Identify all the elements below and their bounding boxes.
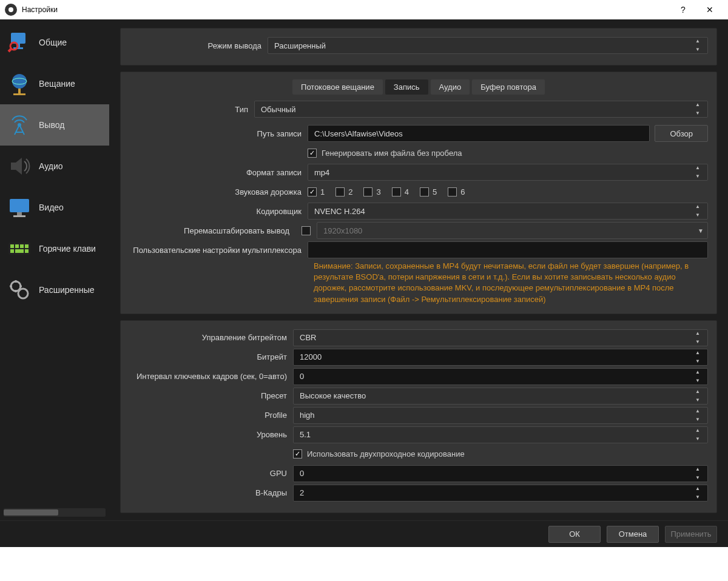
bitrate-value: 12000 (300, 352, 322, 361)
monitor-icon (6, 194, 33, 221)
svg-rect-20 (25, 244, 29, 248)
bframes-label: B-Кадры (129, 488, 293, 497)
sidebar-item-output[interactable]: Вывод (0, 104, 109, 146)
level-select[interactable]: 5.1▲▼ (293, 426, 708, 443)
recording-panel: Потоковое вещание Запись Аудио Буфер пов… (120, 72, 717, 314)
chevron-down-icon: ▼ (698, 227, 704, 234)
svg-rect-14 (17, 212, 22, 215)
apply-button: Применить (665, 526, 717, 543)
audio-track-5-checkbox[interactable] (420, 187, 429, 196)
tab-audio[interactable]: Аудио (431, 79, 470, 95)
globe-antenna-icon (6, 70, 33, 97)
rescale-output-select: 1920x1080 ▼ (317, 222, 708, 239)
updown-icon: ▲▼ (695, 370, 705, 383)
rescale-output-value: 1920x1080 (323, 226, 362, 235)
audio-track-4-label: 4 (405, 187, 409, 196)
rate-control-select[interactable]: CBR▲▼ (293, 329, 708, 346)
audio-track-4-checkbox[interactable] (392, 187, 401, 196)
keyframe-interval-input[interactable]: 0▲▼ (293, 368, 708, 385)
tab-recording[interactable]: Запись (385, 79, 428, 95)
audio-track-2-label: 2 (348, 187, 352, 196)
generate-filename-no-space-checkbox[interactable] (308, 149, 317, 158)
rate-control-value: CBR (300, 333, 316, 342)
recording-format-label: Формат записи (129, 168, 308, 177)
svg-rect-21 (10, 249, 14, 253)
encoder-select[interactable]: NVENC H.264 ▲▼ (308, 203, 708, 220)
output-mode-value: Расширенный (274, 41, 326, 50)
sidebar-item-advanced[interactable]: Расширенные (0, 269, 109, 311)
bitrate-label: Битрейт (129, 352, 293, 361)
recording-path-label: Путь записи (129, 129, 308, 138)
bitrate-input[interactable]: 12000▲▼ (293, 349, 708, 366)
help-button[interactable]: ? (670, 0, 696, 19)
encoder-value: NVENC H.264 (314, 207, 365, 216)
sidebar-horizontal-scrollbar[interactable] (4, 508, 106, 517)
bframes-input[interactable]: 2▲▼ (293, 485, 708, 502)
sidebar-item-general[interactable]: Общие (0, 22, 109, 63)
browse-button[interactable]: Обзор (655, 125, 708, 142)
preset-label: Пресет (129, 391, 293, 400)
sidebar-item-stream[interactable]: Вещание (0, 63, 109, 104)
svg-rect-19 (20, 244, 24, 248)
updown-icon: ▲▼ (695, 331, 705, 344)
rescale-output-label: Перемасштабировать вывод (129, 226, 295, 235)
profile-value: high (300, 411, 315, 420)
rescale-output-checkbox[interactable] (302, 226, 311, 235)
tab-replay-buffer[interactable]: Буфер повтора (472, 79, 545, 95)
audio-track-2-checkbox[interactable] (335, 187, 345, 196)
output-mode-label: Режим вывода (129, 41, 268, 50)
sidebar-item-hotkeys[interactable]: Горячие клави (0, 228, 109, 269)
recording-path-input[interactable]: C:\Users\Alfawise\Videos (308, 125, 650, 142)
audio-tracks-group: 1 2 3 4 5 6 (308, 187, 708, 196)
updown-icon: ▲▼ (695, 39, 705, 52)
sidebar-item-video[interactable]: Видео (0, 187, 109, 228)
antenna-broadcast-icon (6, 112, 33, 138)
profile-label: Profile (129, 411, 293, 420)
cancel-button[interactable]: Отмена (607, 526, 659, 543)
rate-control-label: Управление битрейтом (129, 333, 293, 342)
recording-type-select[interactable]: Обычный ▲▼ (254, 101, 708, 118)
svg-rect-18 (15, 244, 19, 248)
muxer-settings-label: Пользовательские настройки мультиплексор… (129, 246, 308, 255)
svg-rect-8 (13, 93, 25, 95)
audio-track-6-checkbox[interactable] (448, 187, 457, 196)
two-pass-encoding-checkbox[interactable] (293, 449, 302, 458)
output-mode-select[interactable]: Расширенный ▲▼ (268, 37, 708, 54)
close-button[interactable]: ✕ (696, 0, 723, 19)
level-label: Уровень (129, 430, 293, 439)
gpu-label: GPU (129, 469, 293, 478)
recording-format-value: mp4 (314, 168, 329, 177)
sidebar-item-label: Расширенные (39, 285, 103, 295)
audio-track-1-checkbox[interactable] (308, 187, 317, 196)
level-value: 5.1 (300, 430, 311, 439)
gpu-input[interactable]: 0▲▼ (293, 465, 708, 482)
recording-type-label: Тип (129, 105, 254, 114)
tab-streaming[interactable]: Потоковое вещание (292, 79, 383, 95)
audio-track-1-label: 1 (320, 187, 325, 196)
recording-type-value: Обычный (261, 105, 295, 114)
svg-rect-22 (15, 249, 24, 253)
preset-select[interactable]: Высокое качество▲▼ (293, 388, 708, 405)
audio-track-5-label: 5 (433, 187, 437, 196)
ok-button[interactable]: ОК (548, 526, 601, 543)
updown-icon: ▲▼ (695, 467, 705, 480)
window-title: Настройки (22, 5, 58, 14)
audio-track-3-checkbox[interactable] (363, 187, 372, 196)
updown-icon: ▲▼ (695, 204, 705, 218)
svg-rect-17 (10, 244, 14, 248)
audio-tracks-label: Звуковая дорожка (129, 187, 308, 196)
generate-filename-no-space-label: Генерировать имя файла без пробела (322, 149, 462, 158)
preset-value: Высокое качество (300, 391, 366, 400)
svg-rect-15 (13, 215, 25, 217)
sidebar-item-audio[interactable]: Аудио (0, 146, 109, 187)
svg-line-10 (15, 125, 19, 135)
updown-icon: ▲▼ (695, 389, 705, 403)
recording-format-select[interactable]: mp4 ▲▼ (308, 164, 708, 181)
muxer-settings-input[interactable] (308, 241, 708, 258)
sidebar-item-label: Горячие клави (39, 244, 103, 254)
two-pass-encoding-label: Использовать двухпроходное кодирование (307, 449, 465, 458)
updown-icon: ▲▼ (695, 428, 705, 442)
svg-line-4 (8, 49, 11, 52)
updown-icon: ▲▼ (695, 409, 705, 422)
profile-select[interactable]: high▲▼ (293, 407, 708, 424)
